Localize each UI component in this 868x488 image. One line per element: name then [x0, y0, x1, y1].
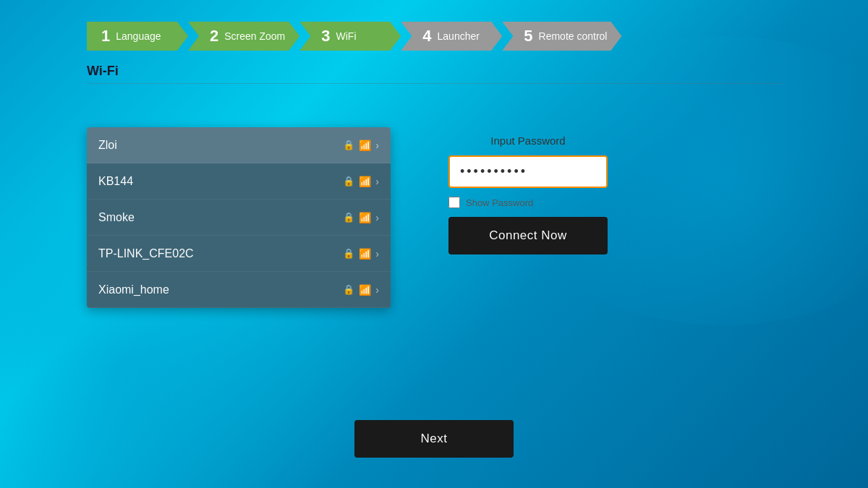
- next-button[interactable]: Next: [354, 420, 514, 458]
- chevron-right-icon: ›: [375, 284, 379, 296]
- step-screen-zoom[interactable]: 2 Screen Zoom: [188, 22, 299, 51]
- network-name-kb144: KB144: [98, 175, 133, 188]
- network-icons-xiaomi: 🔒 📶 ›: [343, 284, 379, 296]
- network-item-smoke[interactable]: Smoke 🔒 📶 ›: [87, 200, 391, 236]
- step-wifi-number: 3: [321, 27, 330, 46]
- network-item-tplink[interactable]: TP-LINK_CFE02C 🔒 📶 ›: [87, 236, 391, 272]
- network-icons-tplink: 🔒 📶 ›: [343, 248, 379, 260]
- network-list: Zloi 🔒 📶 › KB144 🔒 📶 › Smoke 🔒 📶 ›: [87, 127, 391, 308]
- lock-icon: 🔒: [343, 248, 354, 259]
- show-password-checkbox[interactable]: [448, 197, 460, 208]
- network-name-tplink: TP-LINK_CFE02C: [98, 247, 194, 260]
- password-input[interactable]: [460, 164, 596, 179]
- lock-icon: 🔒: [343, 284, 354, 295]
- wifi-signal-icon: 📶: [359, 212, 371, 223]
- wifi-signal-icon: 📶: [359, 140, 371, 151]
- network-icons-smoke: 🔒 📶 ›: [343, 212, 379, 223]
- step-language-number: 1: [101, 27, 110, 46]
- step-wifi[interactable]: 3 WiFi: [299, 22, 401, 51]
- lock-icon: 🔒: [343, 140, 354, 150]
- network-name-zloi: Zloi: [98, 139, 117, 152]
- main-content: Zloi 🔒 📶 › KB144 🔒 📶 › Smoke 🔒 📶 ›: [0, 98, 868, 308]
- wifi-signal-icon: 📶: [359, 176, 371, 187]
- step-remote-control-label: Remote control: [539, 30, 608, 42]
- chevron-right-icon: ›: [375, 176, 379, 187]
- step-launcher-label: Launcher: [438, 30, 480, 42]
- step-remote-control[interactable]: 5 Remote control: [502, 22, 621, 51]
- step-language-label: Language: [116, 30, 161, 42]
- lock-icon: 🔒: [343, 176, 354, 187]
- step-screen-zoom-number: 2: [210, 27, 218, 46]
- step-screen-zoom-label: Screen Zoom: [224, 30, 285, 42]
- password-input-wrapper[interactable]: [448, 155, 608, 188]
- network-name-smoke: Smoke: [98, 211, 135, 224]
- network-item-zloi[interactable]: Zloi 🔒 📶 ›: [87, 127, 391, 163]
- network-name-xiaomi: Xiaomi_home: [98, 283, 169, 296]
- step-remote-control-number: 5: [524, 27, 532, 46]
- chevron-right-icon: ›: [375, 212, 379, 223]
- connect-now-button[interactable]: Connect Now: [448, 217, 608, 254]
- show-password-row: Show Password: [448, 197, 533, 208]
- network-icons-kb144: 🔒 📶 ›: [343, 176, 379, 187]
- wifi-signal-icon: 📶: [359, 248, 371, 260]
- input-password-label: Input Password: [490, 134, 565, 147]
- password-panel: Input Password Show Password Connect Now: [448, 127, 608, 308]
- wifi-signal-icon: 📶: [359, 284, 371, 296]
- show-password-label: Show Password: [466, 197, 533, 208]
- network-item-xiaomi[interactable]: Xiaomi_home 🔒 📶 ›: [87, 272, 391, 308]
- chevron-right-icon: ›: [375, 248, 379, 260]
- wifi-divider: [87, 83, 781, 84]
- step-wifi-label: WiFi: [336, 30, 357, 42]
- wifi-title-section: Wi-Fi: [0, 51, 868, 84]
- stepper: 1 Language 2 Screen Zoom 3 WiFi 4 Launch…: [0, 0, 868, 51]
- network-item-kb144[interactable]: KB144 🔒 📶 ›: [87, 163, 391, 200]
- next-button-container: Next: [0, 420, 868, 458]
- wifi-title: Wi-Fi: [87, 64, 781, 79]
- step-language[interactable]: 1 Language: [87, 22, 188, 51]
- step-launcher-number: 4: [422, 27, 431, 46]
- network-icons-zloi: 🔒 📶 ›: [343, 140, 379, 151]
- lock-icon: 🔒: [343, 212, 354, 223]
- step-launcher[interactable]: 4 Launcher: [401, 22, 502, 51]
- chevron-right-icon: ›: [375, 140, 379, 151]
